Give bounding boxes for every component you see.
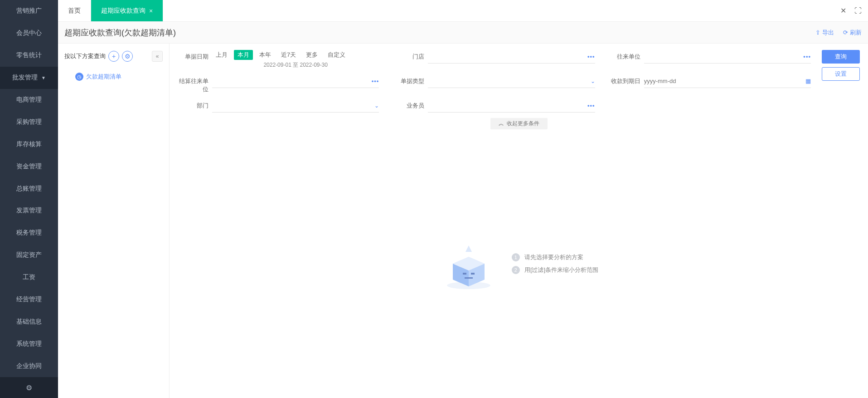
export-button[interactable]: ⇪导出: [815, 29, 834, 37]
scheme-panel: 按以下方案查询 + ⚙ « ◷ 欠款超期清单: [58, 44, 170, 398]
caret-down-icon: ▼: [41, 75, 46, 80]
sidebar-item-ecommerce[interactable]: 电商管理: [0, 89, 58, 111]
sidebar-item-wholesale[interactable]: 批发管理▼: [0, 67, 58, 89]
chip-thismonth[interactable]: 本月: [234, 50, 253, 60]
filter-type: 单据类型 ⌄: [390, 74, 595, 88]
sidebar-item-system[interactable]: 系统管理: [0, 333, 58, 355]
chip-more[interactable]: 更多: [302, 50, 321, 60]
sidebar-item-marketing[interactable]: 营销推广: [0, 0, 58, 22]
filter-partner: 往来单位 •••: [606, 50, 811, 64]
empty-illustration: [439, 236, 498, 291]
tab-home[interactable]: 首页: [58, 0, 91, 21]
empty-tip-2: 2用[过滤]条件来缩小分析范围: [512, 266, 598, 274]
sidebar-item-retail[interactable]: 零售统计: [0, 44, 58, 67]
filter-settle: 结算往来单位 •••: [174, 74, 379, 93]
chip-7days[interactable]: 近7天: [277, 50, 300, 60]
due-date-input[interactable]: ▦: [644, 74, 811, 88]
filter-dept: 部门 ⌄: [174, 99, 379, 113]
partner-picker[interactable]: •••: [644, 50, 811, 64]
add-scheme-button[interactable]: +: [108, 51, 119, 62]
collapse-panel-button[interactable]: «: [152, 51, 163, 62]
chevron-down-icon: ⌄: [374, 103, 379, 109]
empty-state: 1请先选择要分析的方案 2用[过滤]条件来缩小分析范围: [170, 129, 868, 398]
sidebar-item-purchase[interactable]: 采购管理: [0, 111, 58, 133]
scheme-icon: ◷: [75, 73, 83, 81]
sidebar-item-member[interactable]: 会员中心: [0, 22, 58, 44]
scheme-item-overdue[interactable]: ◷ 欠款超期清单: [65, 71, 162, 83]
settle-picker[interactable]: •••: [212, 74, 379, 88]
chip-lastmonth[interactable]: 上月: [212, 50, 231, 60]
sidebar-item-enterprise[interactable]: 企业协同: [0, 355, 58, 377]
clerk-picker[interactable]: •••: [428, 99, 595, 113]
sidebar-item-tax[interactable]: 税务管理: [0, 222, 58, 244]
sidebar-item-funds[interactable]: 资金管理: [0, 155, 58, 177]
sidebar-item-invoice[interactable]: 发票管理: [0, 200, 58, 222]
fullscreen-icon[interactable]: ⛶: [854, 7, 862, 15]
ellipsis-icon: •••: [587, 102, 595, 109]
svg-rect-5: [463, 273, 466, 275]
chip-custom[interactable]: 自定义: [324, 50, 349, 60]
type-select[interactable]: ⌄: [428, 74, 595, 88]
tabbar: 首页 超期应收款查询 × ✕ ⛶: [58, 0, 868, 22]
settings-button[interactable]: 设置: [822, 67, 860, 81]
svg-rect-6: [471, 273, 475, 275]
sidebar-item-ledger[interactable]: 总账管理: [0, 177, 58, 200]
close-all-icon[interactable]: ✕: [840, 6, 846, 15]
ellipsis-icon: •••: [803, 53, 811, 60]
date-range-text: 2022-09-01 至 2022-09-30: [212, 61, 379, 69]
chip-thisyear[interactable]: 本年: [256, 50, 275, 60]
sidebar: 营销推广 会员中心 零售统计 批发管理▼ 电商管理 采购管理 库存核算 资金管理…: [0, 0, 58, 398]
sidebar-item-operation[interactable]: 经营管理: [0, 289, 58, 311]
gear-icon: ⚙: [26, 383, 32, 392]
sidebar-item-salary[interactable]: 工资: [0, 266, 58, 289]
sidebar-item-inventory[interactable]: 库存核算: [0, 133, 58, 155]
scheme-settings-button[interactable]: ⚙: [122, 51, 133, 62]
filter-clerk: 业务员 •••: [390, 99, 595, 113]
refresh-button[interactable]: ⟳刷新: [843, 29, 862, 37]
collapse-filters-button[interactable]: ︽ 收起更多条件: [490, 118, 548, 129]
ellipsis-icon: •••: [587, 53, 595, 60]
filter-store: 门店 •••: [390, 50, 595, 64]
svg-marker-8: [466, 246, 472, 252]
scheme-panel-title: 按以下方案查询: [64, 52, 106, 60]
sidebar-item-fixedasset[interactable]: 固定资产: [0, 244, 58, 266]
close-icon[interactable]: ×: [149, 7, 153, 15]
filter-due: 收款到期日 ▦: [606, 74, 811, 88]
export-icon: ⇪: [815, 29, 820, 36]
empty-tip-1: 1请先选择要分析的方案: [512, 253, 598, 261]
dept-select[interactable]: ⌄: [212, 99, 379, 113]
sidebar-item-basicinfo[interactable]: 基础信息: [0, 310, 58, 333]
query-button[interactable]: 查询: [822, 50, 860, 64]
chevron-up-icon: ︽: [499, 120, 504, 128]
titlebar: 超期应收款查询(欠款超期清单) ⇪导出 ⟳刷新: [58, 22, 868, 44]
page-title: 超期应收款查询(欠款超期清单): [64, 27, 176, 38]
due-date-field[interactable]: [644, 78, 805, 84]
ellipsis-icon: •••: [372, 78, 379, 84]
filter-billdate: 单据日期 上月 本月 本年 近7天 更多 自定义 2022-: [174, 50, 379, 69]
store-picker[interactable]: •••: [428, 50, 595, 64]
chevron-down-icon: ⌄: [591, 78, 595, 84]
sidebar-settings[interactable]: ⚙: [0, 377, 58, 398]
refresh-icon: ⟳: [843, 29, 848, 36]
svg-rect-7: [465, 277, 473, 279]
calendar-icon[interactable]: ▦: [805, 78, 811, 84]
tab-overdue-query[interactable]: 超期应收款查询 ×: [91, 0, 163, 21]
